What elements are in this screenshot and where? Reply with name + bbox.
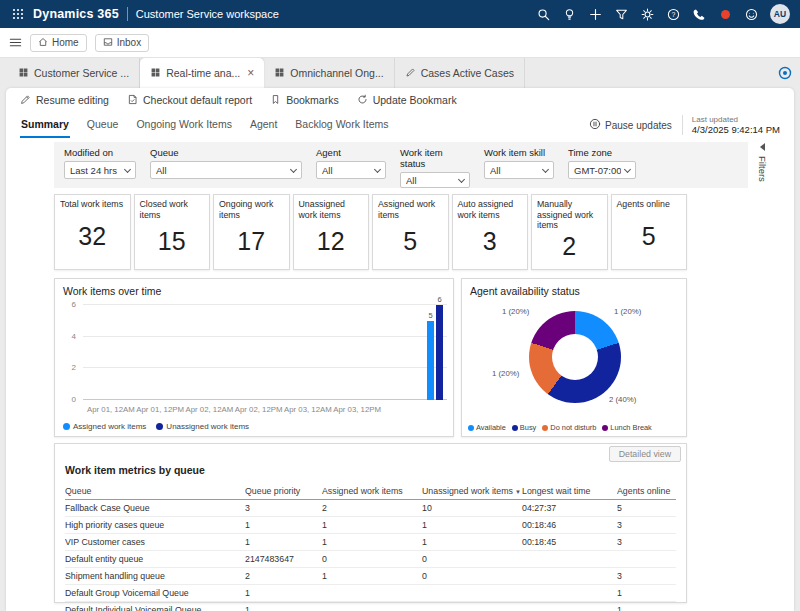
x-tick-label: Apr 03, 12PM [333, 405, 381, 414]
kpi-label: Closed work items [140, 199, 205, 220]
report-tab-summary[interactable]: Summary [20, 112, 70, 138]
bookmarks-button[interactable]: Bookmarks [270, 94, 339, 107]
home-button[interactable]: Home [30, 34, 87, 52]
kpi-label: Ongoing work items [219, 199, 284, 220]
right-pane-toggle-icon[interactable] [778, 66, 792, 80]
record-status-icon[interactable] [718, 7, 733, 22]
kpi-card-total-work-items: Total work items32 [54, 194, 131, 270]
table-cell: 2147483647 [245, 551, 322, 567]
column-header-agents-online[interactable]: Agents online [617, 483, 676, 499]
kpi-card-manually-assigned-work-items: Manually assigned work items2 [531, 194, 608, 270]
donut-slice-label-do-not-disturb: 1 (20%) [492, 369, 519, 378]
settings-gear-icon[interactable] [640, 7, 655, 22]
table-cell: 1 [322, 534, 422, 550]
kpi-card-closed-work-items: Closed work items15 [134, 194, 211, 270]
chevron-down-icon [374, 165, 381, 172]
user-avatar[interactable]: AU [770, 4, 790, 24]
detailed-view-button[interactable]: Detailed view [609, 446, 681, 462]
filter-dropdown[interactable]: Last 24 hrs [64, 161, 136, 179]
kpi-value: 5 [378, 220, 443, 265]
chevron-down-icon [124, 165, 131, 172]
filter-funnel-icon[interactable] [614, 7, 629, 22]
filter-label: Queue [150, 147, 302, 158]
table-row: Shipment handling queue2103 [65, 568, 676, 585]
feedback-smiley-icon[interactable] [744, 7, 759, 22]
chevron-down-icon [542, 165, 549, 172]
filter-dropdown[interactable]: All [484, 161, 554, 179]
report-page: Resume editing Checkout default report B… [6, 88, 794, 611]
filters-rail[interactable]: Filters [754, 140, 770, 182]
bar-y-axis: 0246 [59, 305, 79, 400]
pause-updates-button[interactable]: Pause updates [589, 118, 672, 132]
resume-editing-button[interactable]: Resume editing [20, 94, 109, 107]
inbox-button[interactable]: Inbox [95, 34, 149, 52]
kpi-card-auto-assigned-work-items: Auto assigned work items3 [452, 194, 529, 270]
report-tab-agent[interactable]: Agent [249, 112, 278, 138]
update-bookmark-button[interactable]: Update Bookmark [357, 94, 457, 107]
grid-tab-icon [18, 67, 29, 80]
donut-chart [529, 311, 621, 403]
filter-value: All [322, 165, 333, 176]
filter-value: All [490, 165, 501, 176]
table-cell [422, 602, 522, 611]
table-cell: 1 [422, 534, 522, 550]
report-tab-ongoing-work-items[interactable]: Ongoing Work Items [135, 112, 233, 138]
filter-time-zone: Time zoneGMT-07:00 [568, 147, 636, 188]
tab-close-icon[interactable]: × [247, 67, 254, 79]
column-header-longest-wait-time[interactable]: Longest wait time [522, 483, 617, 499]
table-cell: 1 [245, 585, 322, 601]
table-cell: 0 [422, 551, 522, 567]
app-tab-real-time-ana[interactable]: Real-time ana...× [140, 58, 264, 88]
table-cell: 1 [322, 568, 422, 584]
app-tab-customer-service[interactable]: Customer Service ... [8, 58, 140, 88]
column-header-queue-priority[interactable]: Queue priority [245, 483, 322, 499]
table-cell: Fallback Case Queue [65, 500, 245, 516]
filter-bar: Modified onLast 24 hrsQueueAllAgentAllWo… [54, 142, 748, 188]
kpi-value: 17 [219, 220, 284, 265]
table-cell: 2 [245, 568, 322, 584]
table-cell [322, 585, 422, 601]
donut-slice-label-available: 1 (20%) [614, 307, 641, 316]
filter-dropdown[interactable]: All [400, 172, 470, 188]
bar-x-axis: Apr 01, 12AMApr 01, 12PMApr 02, 12AMApr … [87, 405, 381, 414]
collapse-left-icon[interactable] [760, 143, 765, 151]
gridline [83, 399, 447, 400]
lightbulb-icon[interactable] [562, 7, 577, 22]
waffle-icon[interactable] [10, 7, 25, 22]
column-header-unassigned-work-items[interactable]: Unassigned work items▼ [422, 483, 522, 499]
legend-item-busy: Busy [512, 423, 536, 432]
app-tab-cases-active-cases[interactable]: Cases Active Cases [395, 58, 525, 88]
session-navbar: Home Inbox [0, 28, 800, 58]
report-tab-queue[interactable]: Queue [86, 112, 120, 138]
table-row: VIP Customer cases11100:18:453 [65, 534, 676, 551]
search-icon[interactable] [536, 7, 551, 22]
filter-dropdown[interactable]: All [316, 161, 386, 179]
y-tick-label: 0 [72, 395, 76, 404]
workspace-title[interactable]: Customer Service workspace [136, 8, 279, 20]
app-tab-omnichannel-ong[interactable]: Omnichannel Ong... [264, 58, 394, 88]
table-cell [522, 568, 617, 584]
x-tick-label: Apr 02, 12AM [186, 405, 234, 414]
top-header: Dynamics 365 Customer Service workspace … [0, 0, 800, 28]
table-row: Default Group Voicemail Queue11 [65, 585, 676, 602]
help-icon[interactable]: ? [666, 7, 681, 22]
add-icon[interactable] [588, 7, 603, 22]
phone-icon[interactable] [692, 7, 707, 22]
report-tab-backlog-work-items[interactable]: Backlog Work Items [294, 112, 389, 138]
filter-dropdown[interactable]: GMT-07:00 [568, 161, 636, 179]
tab-label: Real-time ana... [166, 67, 240, 79]
column-header-assigned-work-items[interactable]: Assigned work items [322, 483, 422, 499]
legend-dot [63, 423, 70, 430]
table-cell [322, 602, 422, 611]
sort-desc-icon: ▼ [515, 489, 521, 495]
checkout-default-report-button[interactable]: Checkout default report [127, 94, 252, 107]
hamburger-menu-icon[interactable] [9, 36, 22, 49]
report-toolbar: Resume editing Checkout default report B… [6, 88, 794, 112]
brand-title[interactable]: Dynamics 365 [33, 7, 119, 21]
filter-dropdown[interactable]: All [150, 161, 302, 179]
x-tick-label: Apr 01, 12AM [87, 405, 135, 414]
filter-modified-on: Modified onLast 24 hrs [64, 147, 136, 188]
kpi-card-assigned-work-items: Assigned work items5 [372, 194, 449, 270]
y-tick-label: 2 [72, 363, 76, 372]
column-header-queue[interactable]: Queue [65, 483, 245, 499]
